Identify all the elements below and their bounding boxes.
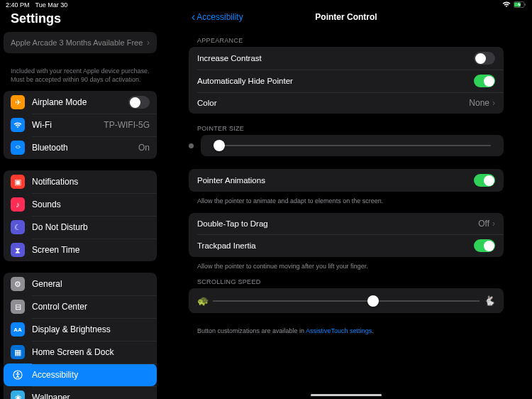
settings-title: Settings xyxy=(4,10,157,32)
assistivetouch-link[interactable]: AssistiveTouch settings xyxy=(306,327,372,334)
wifi-icon xyxy=(502,1,511,9)
switches-icon: ⊟ xyxy=(11,300,25,314)
footnote: Button customizations are available in A… xyxy=(189,324,504,343)
svg-rect-2 xyxy=(525,4,526,6)
animations-group: Pointer Animations xyxy=(189,169,504,192)
display-icon: AA xyxy=(11,322,25,337)
moon-icon: ☾ xyxy=(11,220,25,234)
status-date: Tue Mar 30 xyxy=(35,1,68,9)
promo-desc: Included with your recent Apple device p… xyxy=(4,65,157,91)
pointer-size-slider-group xyxy=(201,135,504,156)
airplane-toggle[interactable] xyxy=(128,96,150,109)
sidebar-item-wallpaper[interactable]: ❀ Wallpaper xyxy=(4,386,157,399)
promo-title: Apple Arcade 3 Months Available Free xyxy=(11,38,143,47)
connectivity-group: ✈ Airplane Mode Wi-Fi TP-WIFI-5G ⌔ Bluet… xyxy=(4,91,157,159)
chevron-left-icon: ‹ xyxy=(192,11,195,23)
appearance-header: APPEARANCE xyxy=(189,37,504,47)
wifi-icon xyxy=(11,118,25,132)
slider-min-icon xyxy=(189,143,194,148)
sidebar-item-screentime[interactable]: ⧗ Screen Time xyxy=(4,239,157,261)
sounds-icon: ♪ xyxy=(11,197,25,212)
main-panel: ‹ Accessibility Pointer Control APPEARAN… xyxy=(160,10,532,399)
animations-toggle[interactable] xyxy=(474,174,495,187)
accessibility-icon xyxy=(11,368,25,382)
row-double-tap-drag[interactable]: Double-Tap to Drag Off › xyxy=(189,213,504,234)
sidebar-item-dnd[interactable]: ☾ Do Not Disturb xyxy=(4,216,157,239)
inertia-toggle[interactable] xyxy=(474,239,495,252)
animations-footer: Allow the pointer to animate and adapt t… xyxy=(189,195,504,213)
status-time: 2:40 PM xyxy=(6,1,30,9)
scrolling-speed-header: SCROLLING SPEED xyxy=(189,278,504,288)
svg-point-4 xyxy=(17,372,18,373)
scrolling-speed-slider[interactable]: 🐢 🐇 xyxy=(189,288,504,313)
page-title: Pointer Control xyxy=(315,12,377,22)
notifications-group: ▣ Notifications ♪ Sounds ☾ Do Not Distur… xyxy=(4,170,157,261)
notifications-icon: ▣ xyxy=(11,175,25,189)
sidebar-item-display[interactable]: AA Display & Brightness xyxy=(4,318,157,341)
row-pointer-animations[interactable]: Pointer Animations xyxy=(189,169,504,192)
settings-sidebar: Settings Apple Arcade 3 Months Available… xyxy=(0,10,160,399)
back-button[interactable]: ‹ Accessibility xyxy=(192,11,243,23)
chevron-right-icon: › xyxy=(492,98,495,108)
chevron-right-icon: › xyxy=(492,219,495,229)
bluetooth-value: On xyxy=(138,143,150,153)
row-auto-hide-pointer[interactable]: Automatically Hide Pointer xyxy=(189,70,504,92)
system-group: ⚙ General ⊟ Control Center AA Display & … xyxy=(4,273,157,399)
drag-group: Double-Tap to Drag Off › Trackpad Inerti… xyxy=(189,213,504,257)
sidebar-item-wifi[interactable]: Wi-Fi TP-WIFI-5G xyxy=(4,114,157,136)
row-increase-contrast[interactable]: Increase Contrast xyxy=(189,47,504,70)
sidebar-item-notifications[interactable]: ▣ Notifications xyxy=(4,170,157,193)
appearance-group: Increase Contrast Automatically Hide Poi… xyxy=(189,47,504,114)
sidebar-item-control-center[interactable]: ⊟ Control Center xyxy=(4,295,157,318)
hourglass-icon: ⧗ xyxy=(11,243,25,257)
bluetooth-icon: ⌔ xyxy=(11,141,25,155)
promo-group[interactable]: Apple Arcade 3 Months Available Free › xyxy=(4,32,157,53)
sidebar-item-general[interactable]: ⚙ General xyxy=(4,273,157,295)
grid-icon: ▦ xyxy=(11,345,25,359)
gear-icon: ⚙ xyxy=(11,277,25,291)
row-color[interactable]: Color None › xyxy=(189,92,504,114)
airplane-icon: ✈ xyxy=(11,95,25,109)
wifi-value: TP-WIFI-5G xyxy=(104,120,150,130)
sidebar-item-bluetooth[interactable]: ⌔ Bluetooth On xyxy=(4,136,157,159)
status-bar: 2:40 PM Tue Mar 30 xyxy=(0,0,532,10)
dtap-value: Off xyxy=(478,219,489,229)
battery-icon xyxy=(514,1,526,9)
sidebar-item-airplane[interactable]: ✈ Airplane Mode xyxy=(4,91,157,114)
scrolling-speed-group: 🐢 🐇 xyxy=(189,288,504,313)
sidebar-item-homescreen[interactable]: ▦ Home Screen & Dock xyxy=(4,341,157,364)
wallpaper-icon: ❀ xyxy=(11,390,25,399)
sidebar-item-accessibility[interactable]: Accessibility xyxy=(4,364,157,386)
inertia-footer: Allow the pointer to continue moving aft… xyxy=(189,260,504,278)
color-value: None xyxy=(469,98,489,108)
hare-icon: 🐇 xyxy=(484,295,495,306)
chevron-right-icon: › xyxy=(147,38,150,48)
sidebar-item-sounds[interactable]: ♪ Sounds xyxy=(4,193,157,216)
tortoise-icon: 🐢 xyxy=(197,295,209,306)
row-trackpad-inertia[interactable]: Trackpad Inertia xyxy=(189,234,504,257)
home-indicator[interactable] xyxy=(311,394,382,396)
pointer-size-header: POINTER SIZE xyxy=(189,125,504,135)
pointer-size-slider[interactable] xyxy=(201,135,504,156)
contrast-toggle[interactable] xyxy=(474,52,495,65)
autohide-toggle[interactable] xyxy=(474,75,495,87)
